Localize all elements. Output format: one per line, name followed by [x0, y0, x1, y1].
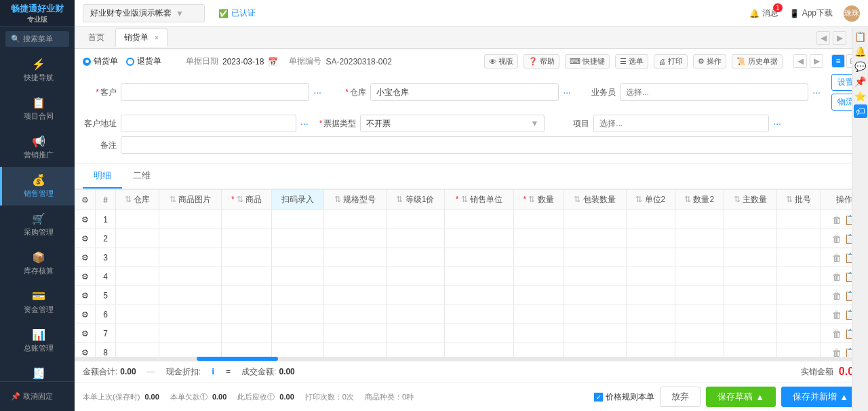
- project-picker-icon[interactable]: ···: [773, 118, 781, 129]
- row-unit-2[interactable]: [445, 229, 514, 248]
- row-warehouse-7[interactable]: [116, 324, 159, 343]
- next-record-button[interactable]: ▶: [810, 54, 823, 68]
- row-product-8[interactable]: [222, 343, 272, 357]
- row-product-6[interactable]: [222, 305, 272, 324]
- row-qty-5[interactable]: [513, 286, 564, 305]
- row-qty2-5[interactable]: [675, 286, 724, 305]
- save-new-dropdown-icon[interactable]: ▲: [840, 392, 848, 402]
- row-pkg-7[interactable]: [564, 324, 626, 343]
- row-unit2-6[interactable]: [626, 305, 675, 324]
- date-value[interactable]: 2023-03-18: [222, 57, 264, 66]
- row-unit2-5[interactable]: [626, 286, 675, 305]
- row-qty-1[interactable]: [513, 210, 564, 229]
- row-unit2-7[interactable]: [626, 324, 675, 343]
- sidebar-item-invoicing[interactable]: 🧾 发票管理: [0, 360, 75, 381]
- invoice-select[interactable]: 不开票 ▼: [360, 115, 545, 132]
- ops-button[interactable]: ⚙ 操作: [693, 54, 726, 68]
- row-img-4[interactable]: [159, 267, 222, 286]
- row-scan-2[interactable]: [271, 229, 323, 248]
- row-warehouse-4[interactable]: [116, 267, 159, 286]
- row-grade-7[interactable]: [386, 324, 444, 343]
- row-qty2-2[interactable]: [675, 229, 724, 248]
- row-pkg-1[interactable]: [564, 210, 626, 229]
- right-btn-4[interactable]: 📌: [854, 75, 867, 88]
- price-rule-checkbox[interactable]: 价格规则本单: [594, 391, 654, 403]
- tab-sales-order[interactable]: 销货单 ×: [115, 28, 167, 47]
- row-spec-1[interactable]: [323, 210, 386, 229]
- sidebar-item-accounting[interactable]: 📊 总账管理: [0, 321, 75, 360]
- print-button[interactable]: 🖨 打印: [654, 54, 688, 68]
- row-qty-8[interactable]: [513, 343, 564, 357]
- row-delete-8[interactable]: 🗑: [832, 347, 842, 357]
- save-draft-button[interactable]: 保存草稿 ▲: [706, 387, 776, 407]
- row-main-qty-2[interactable]: [724, 229, 776, 248]
- row-unit-3[interactable]: [445, 248, 514, 267]
- sidebar-item-purchase[interactable]: 🛒 采购管理: [0, 206, 75, 244]
- row-unit2-4[interactable]: [626, 267, 675, 286]
- row-pkg-3[interactable]: [564, 248, 626, 267]
- row-qty2-3[interactable]: [675, 248, 724, 267]
- row-product-1[interactable]: [222, 210, 272, 229]
- calendar-icon[interactable]: 📅: [268, 57, 278, 66]
- prev-tab-button[interactable]: ◀: [816, 31, 830, 45]
- customer-input[interactable]: [121, 83, 309, 101]
- right-btn-3[interactable]: 💬: [854, 60, 867, 73]
- row-img-6[interactable]: [159, 305, 222, 324]
- row-img-5[interactable]: [159, 286, 222, 305]
- row-scan-4[interactable]: [271, 267, 323, 286]
- row-unit-6[interactable]: [445, 305, 514, 324]
- next-tab-button[interactable]: ▶: [833, 31, 846, 45]
- row-pkg-5[interactable]: [564, 286, 626, 305]
- project-input[interactable]: [593, 115, 769, 132]
- row-gear-4[interactable]: ⚙: [75, 267, 96, 286]
- row-warehouse-3[interactable]: [116, 248, 159, 267]
- row-pkg-4[interactable]: [564, 267, 626, 286]
- row-scan-6[interactable]: [271, 305, 323, 324]
- row-scan-1[interactable]: [271, 210, 323, 229]
- row-product-4[interactable]: [222, 267, 272, 286]
- sidebar-item-quick-nav[interactable]: ⚡ 快捷导航: [0, 51, 75, 90]
- history-button[interactable]: 📜 历史单据: [732, 54, 783, 68]
- row-grade-6[interactable]: [386, 305, 444, 324]
- row-delete-7[interactable]: 🗑: [832, 328, 842, 339]
- row-gear-5[interactable]: ⚙: [75, 286, 96, 305]
- row-spec-8[interactable]: [323, 343, 386, 357]
- save-draft-dropdown-icon[interactable]: ▲: [755, 392, 764, 402]
- sidebar-item-sales[interactable]: 💰 销售管理: [0, 167, 75, 206]
- row-spec-2[interactable]: [323, 229, 386, 248]
- remark-input[interactable]: [121, 136, 860, 154]
- row-spec-5[interactable]: [323, 286, 386, 305]
- row-main-qty-4[interactable]: [724, 267, 776, 286]
- row-main-qty-5[interactable]: [724, 286, 776, 305]
- info-icon[interactable]: ℹ: [212, 367, 215, 376]
- tab-2d[interactable]: 二维: [122, 164, 161, 189]
- right-btn-5[interactable]: ⭐: [854, 90, 867, 103]
- tab-close-icon[interactable]: ×: [155, 34, 159, 41]
- row-batch-8[interactable]: [776, 343, 820, 357]
- user-profile[interactable]: 珠珠: [844, 5, 860, 22]
- radio-return-order[interactable]: 退货单: [126, 56, 161, 67]
- row-warehouse-6[interactable]: [116, 305, 159, 324]
- row-pkg-6[interactable]: [564, 305, 626, 324]
- row-main-qty-8[interactable]: [724, 343, 776, 357]
- row-gear-6[interactable]: ⚙: [75, 305, 96, 324]
- row-spec-6[interactable]: [323, 305, 386, 324]
- row-delete-5[interactable]: 🗑: [832, 290, 842, 301]
- row-unit-1[interactable]: [445, 210, 514, 229]
- row-batch-3[interactable]: [776, 248, 820, 267]
- row-qty2-1[interactable]: [675, 210, 724, 229]
- row-spec-4[interactable]: [323, 267, 386, 286]
- table-view-button[interactable]: ≡: [831, 54, 845, 68]
- row-grade-3[interactable]: [386, 248, 444, 267]
- row-grade-2[interactable]: [386, 229, 444, 248]
- row-delete-2[interactable]: 🗑: [832, 233, 842, 244]
- row-product-3[interactable]: [222, 248, 272, 267]
- sidebar-item-funds[interactable]: 💳 资金管理: [0, 283, 75, 321]
- help-button[interactable]: ❓ 帮助: [524, 54, 559, 68]
- row-gear-3[interactable]: ⚙: [75, 248, 96, 267]
- row-product-5[interactable]: [222, 286, 272, 305]
- warehouse-input[interactable]: [370, 83, 559, 101]
- row-delete-3[interactable]: 🗑: [832, 252, 842, 263]
- row-pkg-2[interactable]: [564, 229, 626, 248]
- row-delete-4[interactable]: 🗑: [832, 271, 842, 282]
